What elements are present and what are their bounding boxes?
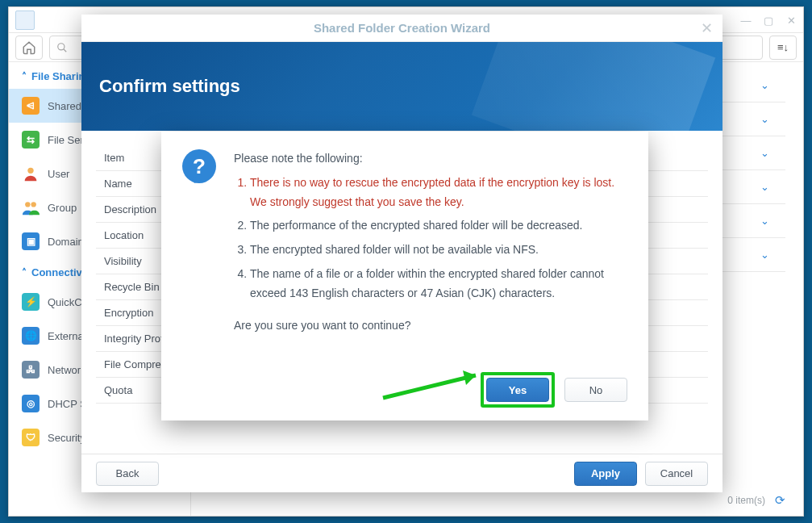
group-icon [22,199,40,216]
globe-icon: 🌐 [22,327,40,345]
status-bar: 0 item(s) ⟳ [727,493,785,508]
search-icon [56,42,68,53]
maximize-icon[interactable]: ▢ [761,15,776,27]
note-item: The performance of the encrypted shared … [250,216,627,236]
svg-line-5 [383,375,476,398]
sort-button[interactable]: ≡↓ [769,36,797,60]
shield-icon: 🛡 [22,429,40,446]
annotation-arrow-icon [379,366,492,406]
svg-point-4 [31,202,35,207]
sidebar-item-label: Network [48,364,86,376]
dialog-intro: Please note the following: [234,149,627,169]
svg-point-2 [27,168,33,174]
apply-button[interactable]: Apply [574,462,637,486]
note-warning: There is no way to rescue the encrypted … [250,174,627,212]
confirm-dialog: ? Please note the following: There is no… [161,132,648,420]
home-button[interactable] [15,36,43,60]
note-item: The encrypted shared folder will not be … [250,241,627,260]
window-buttons: — ▢ ✕ [739,7,798,33]
chevron-up-icon: ˄ [22,267,27,278]
chevron-down-icon: ⌄ [760,113,769,125]
dhcp-icon: ◎ [22,395,40,412]
item-count: 0 item(s) [727,495,765,506]
quickconnect-icon: ⚡ [22,293,40,311]
dialog-confirm-text: Are you sure you want to continue? [234,316,627,336]
file-services-icon: ⇆ [22,131,40,149]
cancel-button[interactable]: Cancel [645,462,708,486]
minimize-icon[interactable]: — [739,15,753,27]
chevron-down-icon: ⌄ [760,181,769,193]
sidebar-item-label: User [48,168,69,180]
reload-icon[interactable]: ⟳ [775,493,785,508]
close-icon[interactable]: ✕ [784,15,798,27]
chevron-up-icon: ˄ [22,71,27,82]
network-icon: 🖧 [22,361,40,379]
question-icon: ? [182,149,216,183]
wizard-titlebar: Shared Folder Creation Wizard ✕ [81,15,722,42]
dialog-body: ? Please note the following: There is no… [182,149,627,374]
dialog-text: Please note the following: There is no w… [234,149,627,374]
wizard-close-icon[interactable]: ✕ [701,19,713,37]
app-icon [15,10,35,30]
chevron-down-icon: ⌄ [760,249,769,261]
svg-line-1 [64,48,67,52]
chevron-down-icon: ⌄ [760,215,769,227]
yes-button[interactable]: Yes [486,378,549,402]
folder-share-icon: ⩤ [22,97,40,115]
wizard-heading: Confirm settings [99,76,240,97]
user-icon [22,165,40,182]
sidebar-item-label: Security [48,432,85,444]
svg-point-0 [58,43,65,49]
wizard-footer: Back Apply Cancel [81,454,722,492]
domain-icon: ▣ [22,232,40,250]
chevron-down-icon: ⌄ [760,79,769,91]
wizard-hero: Confirm settings [81,42,722,131]
wizard-title: Shared Folder Creation Wizard [314,21,490,35]
dialog-notes: There is no way to rescue the encrypted … [234,174,627,303]
home-icon [22,40,36,55]
back-button[interactable]: Back [96,462,159,486]
chevron-down-icon: ⌄ [760,147,769,159]
sidebar-item-label: Group [48,202,77,214]
no-button[interactable]: No [564,378,627,402]
svg-point-3 [25,202,30,207]
sort-icon: ≡↓ [777,41,789,53]
note-item: The name of a file or a folder within th… [250,265,627,303]
